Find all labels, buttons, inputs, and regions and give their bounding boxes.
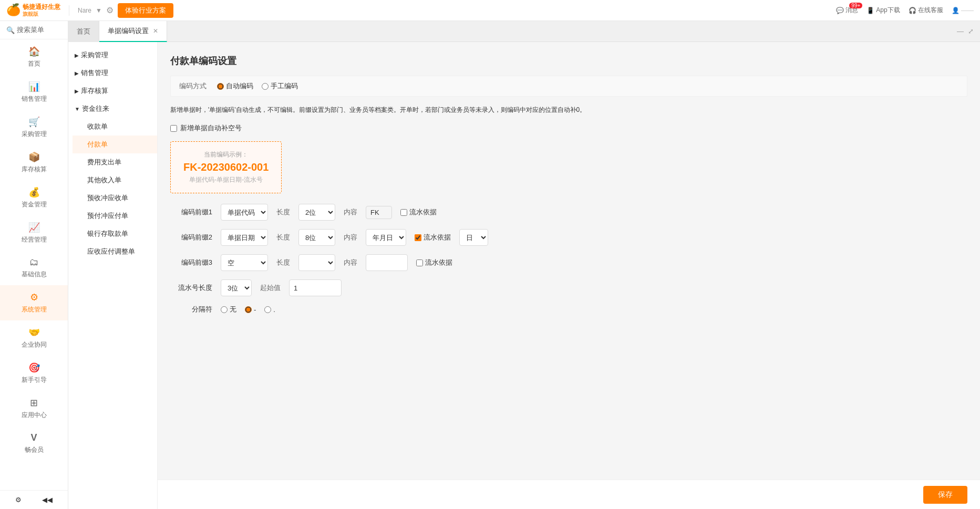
app-download-btn[interactable]: 📱 App下载 xyxy=(866,6,900,15)
prefix2-stream-check[interactable]: 流水依据 xyxy=(415,233,451,242)
group-sales[interactable]: ▶ 销售管理 xyxy=(68,64,157,82)
purchase-icon: 🛒 xyxy=(28,116,40,128)
prefix-row-2: 编码前缀2 单据代码 单据日期 空 长度 2位 4位 6位 8位 xyxy=(170,229,967,246)
prefix3-length-select[interactable] xyxy=(298,254,335,271)
prefix1-length-select[interactable]: 2位 4位 6位 8位 xyxy=(298,204,335,221)
manual-encode-radio[interactable] xyxy=(262,83,269,90)
sidebar-item-finance[interactable]: 💰 资金管理 xyxy=(0,180,68,215)
sidebar-item-sales[interactable]: 📊 销售管理 xyxy=(0,75,68,110)
sidebar-item-system[interactable]: ⚙ 系统管理 xyxy=(0,285,68,320)
sidebar-item-member[interactable]: V 畅会员 xyxy=(0,426,68,461)
nav-receipt[interactable]: 收款单 xyxy=(73,118,157,136)
tab-maximize-icon[interactable]: ⤢ xyxy=(968,27,974,35)
prefix2-length-select[interactable]: 2位 4位 6位 8位 xyxy=(298,229,335,246)
separator-dot-option[interactable]: . xyxy=(264,306,275,314)
sidebar-item-inventory[interactable]: 📦 库存核算 xyxy=(0,145,68,180)
nav-dropdown[interactable]: ▼ xyxy=(96,7,102,14)
separator-dot-radio[interactable] xyxy=(264,306,271,313)
prefix2-content-select[interactable]: 年 年月 年月日 xyxy=(366,229,406,246)
top-bar-left: 🍊 畅捷通好生意 旗舰版 Nare ▼ ⚙ 体验行业方案 xyxy=(6,3,832,18)
operations-icon: 📈 xyxy=(28,222,40,233)
nav-advance-payable[interactable]: 预付冲应付单 xyxy=(73,207,157,225)
settings-bottom-icon[interactable]: ⚙ xyxy=(15,496,22,504)
separator-dash-option[interactable]: - xyxy=(245,306,256,314)
sidebar-label-system: 系统管理 xyxy=(22,305,47,314)
collapse-icon[interactable]: ◀◀ xyxy=(42,496,53,504)
separator-none-option[interactable]: 无 xyxy=(221,305,236,314)
manual-encode-label: 手工编码 xyxy=(271,81,298,91)
prefix2-stream-checkbox[interactable] xyxy=(415,234,421,241)
prefix3-length-label: 长度 xyxy=(276,258,290,267)
online-service-btn[interactable]: 🎧 在线客服 xyxy=(909,6,943,15)
auto-encode-radio[interactable] xyxy=(217,83,224,90)
arrow-inventory: ▶ xyxy=(75,88,79,94)
sidebar-item-purchase[interactable]: 🛒 采购管理 xyxy=(0,110,68,145)
top-bar-right: 💬 消息 99+ 📱 App下载 🎧 在线客服 👤 —— xyxy=(836,6,974,15)
group-purchase[interactable]: ▶ 采购管理 xyxy=(68,46,157,64)
stream-length-select[interactable]: 1位 2位 3位 4位 5位 xyxy=(221,279,252,296)
nav-payment[interactable]: 付款单 xyxy=(73,136,157,153)
arrow-sales: ▶ xyxy=(75,70,79,76)
sidebar-item-home[interactable]: 🏠 首页 xyxy=(0,39,68,75)
settings-area: 付款单编码设置 编码方式 自动编码 手工编码 xyxy=(158,42,980,480)
encode-mode-bar: 编码方式 自动编码 手工编码 xyxy=(170,76,967,97)
start-value-input[interactable] xyxy=(289,279,342,296)
start-value-label: 起始值 xyxy=(260,283,281,293)
arrow-fund: ▼ xyxy=(75,106,80,112)
sidebar-item-guide[interactable]: 🎯 新手引导 xyxy=(0,356,68,391)
messages-btn[interactable]: 💬 消息 99+ xyxy=(836,6,858,15)
main-layout: 🔍 搜索菜单 🏠 首页 📊 销售管理 🛒 采购管理 📦 库存核算 💰 资金管理 … xyxy=(0,21,980,509)
user-avatar[interactable]: 👤 —— xyxy=(952,7,974,14)
prefix1-stream-check[interactable]: 流水依据 xyxy=(400,207,437,217)
sidebar-item-operations[interactable]: 📈 经营管理 xyxy=(0,215,68,251)
sidebar-item-enterprise[interactable]: 🤝 企业协同 xyxy=(0,320,68,356)
stream-length-label: 流水号长度 xyxy=(170,283,212,293)
auto-encode-option[interactable]: 自动编码 xyxy=(217,81,253,91)
settings-main: 付款单编码设置 编码方式 自动编码 手工编码 xyxy=(158,42,980,509)
prefix1-select[interactable]: 单据代码 单据日期 空 xyxy=(221,204,268,221)
nav-ar-ap-adjust[interactable]: 应收应付调整单 xyxy=(73,243,157,261)
arrow-purchase: ▶ xyxy=(75,53,79,58)
prefix3-stream-check[interactable]: 流水依据 xyxy=(416,258,452,267)
separator-dash-radio[interactable] xyxy=(245,306,252,313)
sidebar-label-app-center: 应用中心 xyxy=(22,411,47,420)
tab-encode-settings[interactable]: 单据编码设置 ✕ xyxy=(99,21,167,42)
prefix2-label: 编码前缀2 xyxy=(170,233,212,242)
prefix1-label: 编码前缀1 xyxy=(170,207,212,217)
prefix1-stream-checkbox[interactable] xyxy=(400,209,407,216)
preview-code: FK-20230602-001 xyxy=(183,161,269,173)
experience-btn[interactable]: 体验行业方案 xyxy=(118,3,173,18)
group-inventory[interactable]: ▶ 库存核算 xyxy=(68,82,157,100)
prefix2-content-label: 内容 xyxy=(344,233,357,242)
tab-minimize-icon[interactable]: — xyxy=(957,27,964,35)
prefix3-content-input[interactable] xyxy=(366,254,408,271)
nav-bank-deposit[interactable]: 银行存取款单 xyxy=(73,225,157,243)
prefix2-select[interactable]: 单据代码 单据日期 空 xyxy=(221,229,268,246)
auto-fill-checkbox[interactable] xyxy=(170,125,177,132)
save-button[interactable]: 保存 xyxy=(923,486,967,504)
prefix3-select[interactable]: 单据代码 单据日期 空 xyxy=(221,254,268,271)
prefix2-stream-label: 流水依据 xyxy=(424,233,451,242)
nav-expense[interactable]: 费用支出单 xyxy=(73,153,157,171)
sidebar-label-finance: 资金管理 xyxy=(22,200,47,209)
nav-other-income[interactable]: 其他收入单 xyxy=(73,171,157,189)
sidebar-label-purchase: 采购管理 xyxy=(22,130,47,139)
settings-icon[interactable]: ⚙ xyxy=(106,5,114,15)
group-fund[interactable]: ▼ 资金往来 xyxy=(68,100,157,118)
brand-name: 畅捷通好生意 xyxy=(23,3,60,11)
sidebar-item-basic-info[interactable]: 🗂 基础信息 xyxy=(0,251,68,285)
tab-home[interactable]: 首页 xyxy=(68,21,99,42)
member-icon: V xyxy=(30,432,37,443)
prefix3-stream-checkbox[interactable] xyxy=(416,259,423,266)
nav-advance-receivable[interactable]: 预收冲应收单 xyxy=(73,189,157,207)
prefix2-stream-period-select[interactable]: 日 月 年 xyxy=(459,229,488,246)
separator-none-radio[interactable] xyxy=(221,306,228,313)
manual-encode-option[interactable]: 手工编码 xyxy=(262,81,298,91)
tab-close-icon[interactable]: ✕ xyxy=(153,27,158,35)
breadcrumb: Nare xyxy=(78,7,91,14)
top-bar: 🍊 畅捷通好生意 旗舰版 Nare ▼ ⚙ 体验行业方案 💬 消息 99+ 📱 … xyxy=(0,0,980,21)
msg-badge-count: 99+ xyxy=(849,3,862,8)
sidebar-item-app-center[interactable]: ⊞ 应用中心 xyxy=(0,391,68,426)
brand-edition: 旗舰版 xyxy=(23,11,60,17)
search-menu[interactable]: 🔍 搜索菜单 xyxy=(0,21,68,39)
